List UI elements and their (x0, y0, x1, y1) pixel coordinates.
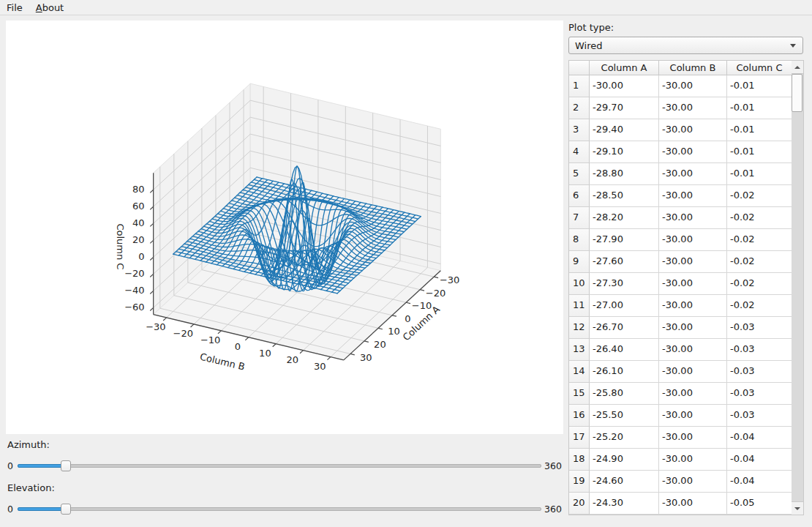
cell-column-b[interactable]: -30.00 (659, 383, 727, 405)
cell-column-a[interactable]: -27.30 (590, 273, 659, 295)
cell-column-c[interactable]: -0.03 (727, 317, 792, 339)
cell-column-c[interactable]: -0.03 (727, 405, 792, 427)
elevation-handle[interactable] (61, 504, 71, 515)
table-row[interactable]: 7-28.20-30.00-0.02 (569, 207, 792, 229)
row-number[interactable]: 12 (569, 317, 590, 339)
cell-column-c[interactable]: -0.02 (727, 207, 792, 229)
row-number[interactable]: 18 (569, 449, 590, 471)
row-number[interactable]: 9 (569, 251, 590, 273)
row-number[interactable]: 7 (569, 207, 590, 229)
table-row[interactable]: 3-29.40-30.00-0.01 (569, 119, 792, 141)
table-row[interactable]: 14-26.10-30.00-0.03 (569, 361, 792, 383)
cell-column-a[interactable]: -30.00 (590, 75, 659, 97)
cell-column-a[interactable]: -28.20 (590, 207, 659, 229)
cell-column-c[interactable]: -0.05 (727, 493, 792, 515)
elevation-slider[interactable]: 0 360 (0, 502, 567, 517)
table-row[interactable]: 13-26.40-30.00-0.03 (569, 339, 792, 361)
cell-column-b[interactable]: -30.00 (659, 449, 727, 471)
cell-column-a[interactable]: -25.50 (590, 405, 659, 427)
cell-column-c[interactable]: -0.01 (727, 75, 792, 97)
table-row[interactable]: 4-29.10-30.00-0.01 (569, 141, 792, 163)
table-row[interactable]: 5-28.80-30.00-0.01 (569, 163, 792, 185)
cell-column-c[interactable]: -0.03 (727, 383, 792, 405)
cell-column-c[interactable]: -0.02 (727, 295, 792, 317)
cell-column-b[interactable]: -30.00 (659, 97, 727, 119)
table-row[interactable]: 8-27.90-30.00-0.02 (569, 229, 792, 251)
cell-column-a[interactable]: -24.60 (590, 471, 659, 493)
cell-column-b[interactable]: -30.00 (659, 141, 727, 163)
cell-column-b[interactable]: -30.00 (659, 471, 727, 493)
cell-column-b[interactable]: -30.00 (659, 295, 727, 317)
row-number[interactable]: 13 (569, 339, 590, 361)
column-a-header[interactable]: Column A (590, 61, 659, 75)
cell-column-a[interactable]: -29.40 (590, 119, 659, 141)
cell-column-b[interactable]: -30.00 (659, 317, 727, 339)
table-row[interactable]: 9-27.60-30.00-0.02 (569, 251, 792, 273)
row-number[interactable]: 6 (569, 185, 590, 207)
cell-column-c[interactable]: -0.02 (727, 229, 792, 251)
cell-column-a[interactable]: -28.80 (590, 163, 659, 185)
table-row[interactable]: 17-25.20-30.00-0.04 (569, 427, 792, 449)
cell-column-b[interactable]: -30.00 (659, 207, 727, 229)
menu-about[interactable]: About (29, 1, 70, 15)
table-row[interactable]: 20-24.30-30.00-0.05 (569, 493, 792, 515)
table-row[interactable]: 6-28.50-30.00-0.02 (569, 185, 792, 207)
scroll-down-button[interactable] (792, 501, 803, 515)
menu-file[interactable]: File (0, 1, 29, 15)
cell-column-c[interactable]: -0.01 (727, 141, 792, 163)
cell-column-a[interactable]: -24.30 (590, 493, 659, 515)
cell-column-b[interactable]: -30.00 (659, 361, 727, 383)
cell-column-b[interactable]: -30.00 (659, 163, 727, 185)
cell-column-b[interactable]: -30.00 (659, 75, 727, 97)
table-row[interactable]: 18-24.90-30.00-0.04 (569, 449, 792, 471)
row-number[interactable]: 10 (569, 273, 590, 295)
column-c-header[interactable]: Column C (727, 61, 792, 75)
table-row[interactable]: 1-30.00-30.00-0.01 (569, 75, 792, 97)
cell-column-c[interactable]: -0.01 (727, 119, 792, 141)
cell-column-a[interactable]: -29.10 (590, 141, 659, 163)
cell-column-a[interactable]: -29.70 (590, 97, 659, 119)
table-scrollbar[interactable] (792, 61, 803, 515)
cell-column-c[interactable]: -0.04 (727, 449, 792, 471)
cell-column-a[interactable]: -26.10 (590, 361, 659, 383)
row-number[interactable]: 5 (569, 163, 590, 185)
cell-column-c[interactable]: -0.04 (727, 471, 792, 493)
table-row[interactable]: 10-27.30-30.00-0.02 (569, 273, 792, 295)
cell-column-a[interactable]: -27.00 (590, 295, 659, 317)
row-number[interactable]: 20 (569, 493, 590, 515)
row-number[interactable]: 4 (569, 141, 590, 163)
cell-column-a[interactable]: -26.40 (590, 339, 659, 361)
azimuth-slider[interactable]: 0 360 (0, 459, 567, 474)
cell-column-c[interactable]: -0.03 (727, 339, 792, 361)
table-row[interactable]: 16-25.50-30.00-0.03 (569, 405, 792, 427)
azimuth-track[interactable] (18, 464, 541, 468)
row-number[interactable]: 17 (569, 427, 590, 449)
table-row[interactable]: 11-27.00-30.00-0.02 (569, 295, 792, 317)
cell-column-a[interactable]: -24.90 (590, 449, 659, 471)
cell-column-b[interactable]: -30.00 (659, 427, 727, 449)
row-number[interactable]: 15 (569, 383, 590, 405)
cell-column-b[interactable]: -30.00 (659, 493, 727, 515)
cell-column-a[interactable]: -27.60 (590, 251, 659, 273)
cell-column-a[interactable]: -28.50 (590, 185, 659, 207)
table-row[interactable]: 2-29.70-30.00-0.01 (569, 97, 792, 119)
cell-column-c[interactable]: -0.03 (727, 361, 792, 383)
cell-column-a[interactable]: -25.20 (590, 427, 659, 449)
plot-figure[interactable]: −30−20−100102030−30−20−100102030−60−40−2… (6, 20, 563, 434)
row-number[interactable]: 19 (569, 471, 590, 493)
cell-column-c[interactable]: -0.02 (727, 251, 792, 273)
row-number[interactable]: 14 (569, 361, 590, 383)
cell-column-c[interactable]: -0.02 (727, 185, 792, 207)
row-number[interactable]: 3 (569, 119, 590, 141)
row-number[interactable]: 16 (569, 405, 590, 427)
column-b-header[interactable]: Column B (659, 61, 727, 75)
row-number[interactable]: 8 (569, 229, 590, 251)
table-row[interactable]: 19-24.60-30.00-0.04 (569, 471, 792, 493)
table-row[interactable]: 12-26.70-30.00-0.03 (569, 317, 792, 339)
row-number[interactable]: 1 (569, 75, 590, 97)
azimuth-handle[interactable] (61, 460, 71, 471)
cell-column-c[interactable]: -0.01 (727, 163, 792, 185)
scroll-up-button[interactable] (792, 61, 803, 74)
elevation-track[interactable] (18, 507, 541, 511)
cell-column-a[interactable]: -25.80 (590, 383, 659, 405)
